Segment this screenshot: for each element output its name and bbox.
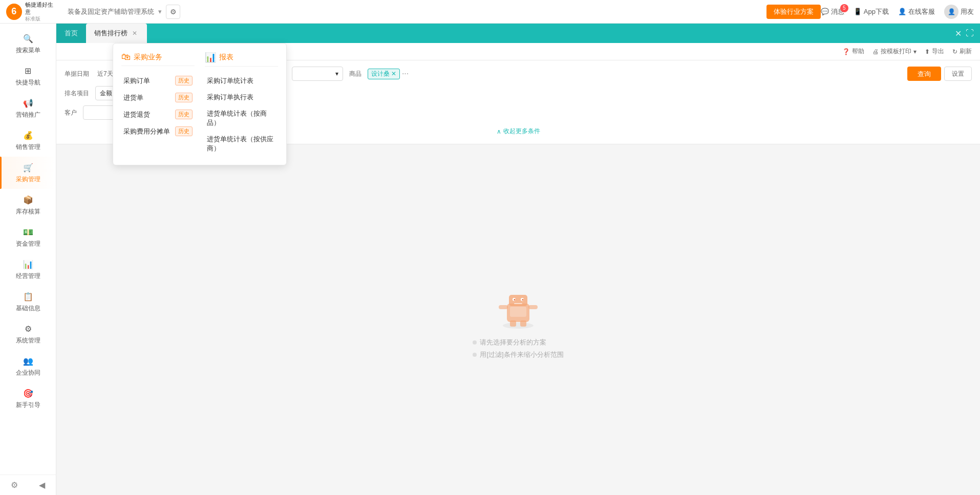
industry-btn[interactable]: 体验行业方案 bbox=[766, 5, 821, 19]
system-icon: ⚙ bbox=[23, 323, 34, 334]
history-tag-return: 历史 bbox=[175, 110, 193, 119]
export-btn[interactable]: ⬆ 导出 bbox=[925, 47, 944, 56]
refresh-icon: ↻ bbox=[952, 48, 957, 55]
search-icon: 🔍 bbox=[23, 33, 34, 44]
voucher-status-select[interactable]: ▾ bbox=[292, 67, 343, 81]
app-download-btn[interactable]: 📱 App下载 bbox=[854, 7, 889, 16]
sidebar: 🔍 搜索菜单 ⊞ 快捷导航 📢 营销推广 💰 销售管理 🛒 采购管理 📦 库存核… bbox=[0, 24, 56, 495]
refresh-btn[interactable]: ↻ 刷新 bbox=[952, 47, 972, 56]
sidebar-item-finance[interactable]: 💵 资金管理 bbox=[0, 221, 56, 253]
message-badge: 5 bbox=[840, 4, 848, 12]
customer-label: 客户 bbox=[65, 109, 77, 117]
empty-tip-1: 请先选择要分析的方案 bbox=[473, 338, 563, 347]
dropdown-item-po-exec[interactable]: 采购订单执行表 bbox=[205, 89, 278, 105]
goods-label: 商品 bbox=[349, 70, 361, 78]
print-btn[interactable]: 🖨 按模板打印 ▾ bbox=[872, 47, 917, 56]
sidebar-item-collab[interactable]: 👥 企业协同 bbox=[0, 350, 56, 382]
sidebar-item-system[interactable]: ⚙ 系统管理 bbox=[0, 318, 56, 350]
dropdown-item-po[interactable]: 采购订单 历史 bbox=[121, 72, 195, 89]
svg-rect-11 bbox=[520, 320, 526, 327]
tab-bar: 首页 销售排行榜 ✕ ✕ ⛶ 🛍 采购业务 采购订单 bbox=[56, 24, 980, 43]
dropdown-menu: 🛍 采购业务 采购订单 历史 进货单 历史 进货退货 历史 bbox=[113, 43, 287, 165]
sidebar-item-sales[interactable]: 💰 销售管理 bbox=[0, 124, 56, 157]
empty-illustration bbox=[493, 281, 544, 332]
message-btn[interactable]: 💬 消息 5 bbox=[821, 7, 844, 16]
dropdown-item-receipt[interactable]: 进货单 历史 bbox=[121, 89, 195, 106]
print-dropdown-icon[interactable]: ▾ bbox=[913, 48, 917, 55]
dropdown-item-receipt-stat-supplier[interactable]: 进货单统计表（按供应商） bbox=[205, 131, 278, 157]
svg-point-6 bbox=[522, 299, 524, 300]
sidebar-item-marketing[interactable]: 📢 营销推广 bbox=[0, 92, 56, 124]
svg-rect-7 bbox=[514, 303, 522, 304]
help-btn[interactable]: ❓ 帮助 bbox=[842, 47, 864, 56]
online-service-btn[interactable]: 👤 在线客服 bbox=[898, 7, 935, 16]
date-range-label: 单据日期 bbox=[65, 70, 89, 78]
collab-icon: 👥 bbox=[23, 355, 34, 367]
user-btn[interactable]: 👤 用友 bbox=[944, 5, 974, 19]
dropdown-report-title: 📊 报表 bbox=[205, 52, 278, 67]
sidebar-item-operations[interactable]: 📊 经营管理 bbox=[0, 253, 56, 286]
collapse-btn[interactable]: ∧ 收起更多条件 bbox=[497, 125, 540, 138]
sidebar-item-quicknav[interactable]: ⊞ 快捷导航 bbox=[0, 60, 56, 92]
history-tag-receipt: 历史 bbox=[175, 93, 193, 102]
inventory-icon: 📦 bbox=[23, 194, 34, 205]
topbar-right: 💬 消息 5 📱 App下载 👤 在线客服 👤 用友 bbox=[821, 5, 974, 19]
svg-rect-10 bbox=[510, 320, 516, 327]
query-btn[interactable]: 查询 bbox=[907, 67, 941, 81]
collapse-icon[interactable]: ◀ bbox=[39, 480, 45, 490]
empty-state: 请先选择要分析的方案 用[过滤]条件来缩小分析范围 bbox=[56, 144, 980, 495]
empty-text-list: 请先选择要分析的方案 用[过滤]条件来缩小分析范围 bbox=[473, 338, 563, 359]
dropdown-purchase-col: 🛍 采购业务 采购订单 历史 进货单 历史 进货退货 历史 bbox=[121, 52, 195, 157]
svg-point-0 bbox=[503, 322, 534, 329]
dropdown-purchase-title: 🛍 采购业务 bbox=[121, 52, 195, 66]
tab-close-icon[interactable]: ✕ bbox=[131, 29, 139, 37]
tab-close-all-icon[interactable]: ✕ bbox=[955, 29, 962, 38]
basic-icon: 📋 bbox=[23, 291, 34, 302]
report-col-icon: 📊 bbox=[205, 52, 216, 63]
dropdown-item-receipt-stat-goods[interactable]: 进货单统计表（按商品） bbox=[205, 105, 278, 131]
purchase-col-icon: 🛍 bbox=[121, 52, 131, 62]
sidebar-item-basic[interactable]: 📋 基础信息 bbox=[0, 286, 56, 318]
main-layout: 🔍 搜索菜单 ⊞ 快捷导航 📢 营销推广 💰 销售管理 🛒 采购管理 📦 库存核… bbox=[0, 24, 980, 495]
history-tag-po: 历史 bbox=[175, 76, 193, 85]
history-tag-expense: 历史 bbox=[175, 126, 193, 136]
logo: 6 畅捷通好生意 标准版 bbox=[6, 1, 57, 23]
logo-icon: 6 bbox=[6, 4, 22, 20]
dropdown-item-po-stat[interactable]: 采购订单统计表 bbox=[205, 73, 278, 89]
collapse-up-icon: ∧ bbox=[497, 128, 501, 135]
topbar: 6 畅捷通好生意 标准版 装备及固定资产辅助管理系统 ▾ ⚙ 体验行业方案 💬 … bbox=[0, 0, 980, 24]
settings-icon[interactable]: ⚙ bbox=[11, 480, 18, 490]
dropdown-report-col: 📊 报表 采购订单统计表 采购订单执行表 进货单统计表（按商品） 进货单统计表（… bbox=[205, 52, 278, 157]
system-title: 装备及固定资产辅助管理系统 ▾ ⚙ bbox=[57, 5, 761, 19]
tab-maximize-icon[interactable]: ⛶ bbox=[966, 29, 974, 38]
print-icon: 🖨 bbox=[872, 48, 879, 55]
goods-tag-close-icon[interactable]: ✕ bbox=[391, 70, 396, 77]
svg-point-5 bbox=[514, 299, 516, 300]
goods-tag: 设计桑 ✕ bbox=[368, 69, 400, 79]
sidebar-item-inventory[interactable]: 📦 库存核算 bbox=[0, 189, 56, 221]
operations-icon: 📊 bbox=[23, 259, 34, 270]
message-icon: 💬 bbox=[821, 8, 829, 15]
svg-rect-2 bbox=[509, 295, 527, 306]
gear-button[interactable]: ⚙ bbox=[166, 5, 180, 19]
svg-rect-8 bbox=[499, 305, 508, 309]
date-7days-btn[interactable]: 近7天 bbox=[95, 69, 115, 79]
tab-sales-rank[interactable]: 销售排行榜 ✕ bbox=[86, 24, 147, 43]
sidebar-item-guide[interactable]: 🎯 新手引导 bbox=[0, 382, 56, 415]
sales-icon: 💰 bbox=[23, 130, 34, 141]
help-icon: ❓ bbox=[842, 48, 850, 55]
dropdown-item-return[interactable]: 进货退货 历史 bbox=[121, 106, 195, 123]
sidebar-bottom: ⚙ ◀ bbox=[0, 475, 56, 495]
setting-btn[interactable]: 设置 bbox=[944, 67, 972, 81]
avatar: 👤 bbox=[944, 5, 958, 19]
sidebar-item-search[interactable]: 🔍 搜索菜单 bbox=[0, 28, 56, 60]
svg-rect-12 bbox=[510, 307, 526, 317]
sidebar-item-purchase[interactable]: 🛒 采购管理 bbox=[0, 157, 56, 189]
guide-icon: 🎯 bbox=[23, 388, 34, 399]
svg-rect-9 bbox=[528, 305, 538, 309]
dropdown-item-expense[interactable]: 采购费用分摊单 历史 bbox=[121, 123, 195, 140]
marketing-icon: 📢 bbox=[23, 97, 34, 109]
dropdown-arrow-icon[interactable]: ▾ bbox=[158, 8, 162, 15]
tab-home[interactable]: 首页 bbox=[56, 24, 86, 43]
goods-more-btn[interactable]: ··· bbox=[402, 69, 409, 78]
